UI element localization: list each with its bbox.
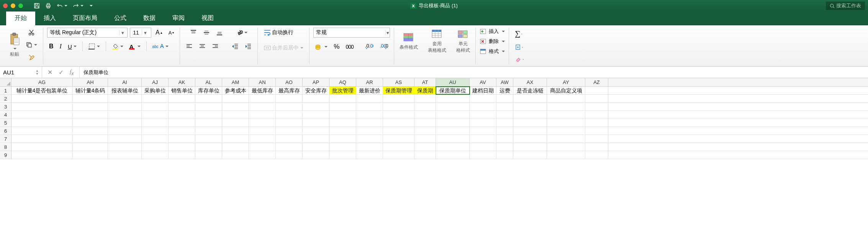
col-header-AS[interactable]: AS: [383, 78, 414, 86]
col-header-AW[interactable]: AW: [496, 78, 513, 86]
cell-AZ9[interactable]: [585, 151, 608, 159]
cell-AL7[interactable]: [195, 135, 222, 143]
cell-AS9[interactable]: [383, 151, 414, 159]
row-header-2[interactable]: 2: [0, 95, 11, 102]
cell-AL6[interactable]: [195, 127, 222, 135]
italic-button[interactable]: I: [58, 41, 64, 51]
cell-AW5[interactable]: [496, 119, 513, 127]
cell-AG3[interactable]: [11, 103, 73, 110]
cell-AR9[interactable]: [356, 151, 383, 159]
cell-AV5[interactable]: [470, 119, 496, 127]
col-header-AI[interactable]: AI: [108, 78, 142, 86]
cell-AZ7[interactable]: [585, 135, 608, 143]
cell-AR5[interactable]: [356, 119, 383, 127]
cell-AK2[interactable]: [169, 95, 195, 102]
cell-AH9[interactable]: [73, 151, 108, 159]
font-name-combo[interactable]: ▾: [47, 28, 128, 38]
cell-AQ3[interactable]: [329, 103, 356, 110]
cell-AH3[interactable]: [73, 103, 108, 110]
cell-AJ5[interactable]: [142, 119, 169, 127]
col-header-AN[interactable]: AN: [249, 78, 276, 86]
cell-AK3[interactable]: [169, 103, 195, 110]
cell-AQ4[interactable]: [329, 111, 356, 118]
redo-button[interactable]: [73, 3, 84, 9]
cell-AM3[interactable]: [222, 103, 249, 110]
cell-AQ2[interactable]: [329, 95, 356, 102]
align-middle-button[interactable]: [201, 28, 212, 38]
cell-AP2[interactable]: [303, 95, 329, 102]
cell-AW7[interactable]: [496, 135, 513, 143]
row-header-9[interactable]: 9: [0, 151, 11, 159]
cell-AN7[interactable]: [249, 135, 276, 143]
cell-AI1[interactable]: 报表辅单位: [108, 87, 142, 94]
cell-AY7[interactable]: [547, 135, 585, 143]
cell-AP4[interactable]: [303, 111, 329, 118]
search-box[interactable]: 搜索工作表: [826, 2, 865, 10]
align-bottom-button[interactable]: [214, 28, 225, 38]
cell-AZ3[interactable]: [585, 103, 608, 110]
cell-AT1[interactable]: 保质期: [414, 87, 436, 94]
cell-AH2[interactable]: [73, 95, 108, 102]
cell-AM1[interactable]: 参考成本: [222, 87, 249, 94]
border-button[interactable]: [87, 41, 102, 51]
align-right-button[interactable]: [210, 41, 221, 51]
format-as-table-button[interactable]: 套用 表格格式: [426, 28, 448, 54]
undo-button[interactable]: [57, 3, 67, 9]
cell-AW9[interactable]: [496, 151, 513, 159]
cell-AV3[interactable]: [470, 103, 496, 110]
cell-AZ6[interactable]: [585, 127, 608, 135]
col-header-AR[interactable]: AR: [356, 78, 383, 86]
cell-AY5[interactable]: [547, 119, 585, 127]
format-cells-button[interactable]: 格式: [480, 48, 505, 55]
cell-AR2[interactable]: [356, 95, 383, 102]
cell-AU4[interactable]: [436, 111, 470, 118]
cell-AJ4[interactable]: [142, 111, 169, 118]
cell-AI4[interactable]: [108, 111, 142, 118]
increase-decimal-button[interactable]: .0.00: [363, 42, 375, 51]
row-header-8[interactable]: 8: [0, 143, 11, 151]
cell-AO4[interactable]: [276, 111, 303, 118]
cell-AR3[interactable]: [356, 103, 383, 110]
col-header-AX[interactable]: AX: [513, 78, 547, 86]
cell-AU9[interactable]: [436, 151, 470, 159]
cell-AP8[interactable]: [303, 143, 329, 151]
cell-AY9[interactable]: [547, 151, 585, 159]
col-header-AT[interactable]: AT: [414, 78, 436, 86]
accept-formula-button[interactable]: ✓: [59, 69, 64, 76]
cell-AP5[interactable]: [303, 119, 329, 127]
col-header-AH[interactable]: AH: [73, 78, 108, 86]
cell-AS1[interactable]: 保质期管理: [383, 87, 414, 94]
increase-font-button[interactable]: A▴: [154, 28, 164, 38]
conditional-format-button[interactable]: 条件格式: [398, 31, 419, 51]
cell-AT5[interactable]: [414, 119, 436, 127]
cell-AK7[interactable]: [169, 135, 195, 143]
col-header-AM[interactable]: AM: [222, 78, 249, 86]
cell-AQ5[interactable]: [329, 119, 356, 127]
cell-AT4[interactable]: [414, 111, 436, 118]
autosum-button[interactable]: ∑·: [513, 28, 524, 40]
underline-button[interactable]: U: [66, 42, 79, 51]
cell-AU3[interactable]: [436, 103, 470, 110]
cell-AH5[interactable]: [73, 119, 108, 127]
cell-AT6[interactable]: [414, 127, 436, 135]
cell-AS6[interactable]: [383, 127, 414, 135]
name-box[interactable]: AU1 ▲▼: [0, 67, 42, 78]
font-size-combo[interactable]: ▾: [130, 28, 151, 38]
cell-AL2[interactable]: [195, 95, 222, 102]
save-icon[interactable]: [34, 3, 40, 9]
font-name-input[interactable]: [47, 30, 119, 36]
cell-AL9[interactable]: [195, 151, 222, 159]
cell-AG2[interactable]: [11, 95, 73, 102]
cell-AS4[interactable]: [383, 111, 414, 118]
row-header-5[interactable]: 5: [0, 119, 11, 127]
cell-AW8[interactable]: [496, 143, 513, 151]
cell-AZ5[interactable]: [585, 119, 608, 127]
spreadsheet-grid[interactable]: AGAHAIAJAKALAMANAOAPAQARASATAUAVAWAXAYAZ…: [0, 78, 868, 159]
cell-AG8[interactable]: [11, 143, 73, 151]
cell-AM2[interactable]: [222, 95, 249, 102]
row-header-1[interactable]: 1: [0, 87, 11, 94]
cell-AU6[interactable]: [436, 127, 470, 135]
cell-AZ1[interactable]: [585, 87, 608, 94]
cell-styles-button[interactable]: 单元 格样式: [455, 28, 472, 54]
cell-AK1[interactable]: 销售单位: [169, 87, 195, 94]
